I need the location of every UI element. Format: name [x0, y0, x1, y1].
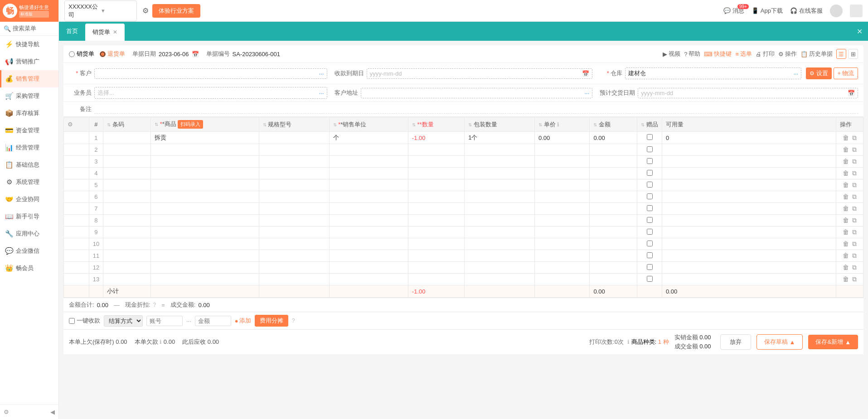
logistics-button[interactable]: + 物流	[834, 67, 858, 79]
row-price-4[interactable]	[534, 179, 589, 191]
row-unit-5[interactable]	[329, 191, 408, 203]
choose-order-link[interactable]: ≡ 选单	[735, 50, 752, 58]
layout-list-icon[interactable]: ☰	[836, 49, 846, 59]
row-barcode-7[interactable]	[103, 215, 151, 226]
settings-icon[interactable]: ⚙	[4, 409, 9, 415]
row-copy-0[interactable]: ⧉	[851, 134, 858, 142]
row-unit-3[interactable]	[329, 168, 408, 179]
add-payment-button[interactable]: ● 添加	[235, 317, 251, 325]
row-spec-10[interactable]	[259, 250, 329, 262]
row-price-2[interactable]	[534, 156, 589, 168]
row-delete-10[interactable]: 🗑	[842, 252, 850, 259]
row-product-1[interactable]	[151, 144, 259, 156]
row-amount-2[interactable]	[590, 156, 637, 168]
row-pack-qty-7[interactable]	[465, 215, 535, 226]
delivery-date-input[interactable]: yyyy-mm-dd 📅	[638, 88, 858, 98]
customer-input[interactable]: ···	[94, 68, 327, 79]
sidebar-item-6[interactable]: 📊经营管理	[0, 139, 58, 156]
row-gift-4[interactable]	[637, 179, 662, 191]
row-spec-7[interactable]	[259, 215, 329, 226]
customer-dots-icon[interactable]: ···	[319, 70, 324, 77]
row-price-3[interactable]	[534, 168, 589, 179]
row-amount-9[interactable]	[590, 238, 637, 250]
sidebar-item-2[interactable]: 💰销售管理	[0, 70, 58, 87]
row-barcode-11[interactable]	[103, 262, 151, 274]
row-qty-1[interactable]	[408, 144, 464, 156]
row-unit-6[interactable]	[329, 203, 408, 215]
row-qty-6[interactable]	[408, 203, 464, 215]
row-gift-6[interactable]	[637, 203, 662, 215]
row-copy-12[interactable]: ⧉	[851, 275, 858, 283]
row-copy-8[interactable]: ⧉	[851, 228, 858, 236]
tab-home[interactable]: 首页	[59, 23, 85, 40]
row-amount-4[interactable]	[590, 179, 637, 191]
save-new-button[interactable]: 保存&新增 ▲	[808, 335, 858, 349]
row-unit-11[interactable]	[329, 262, 408, 274]
close-all-tabs-icon[interactable]: ✕	[851, 27, 868, 36]
row-spec-11[interactable]	[259, 262, 329, 274]
row-pack-qty-12[interactable]	[465, 274, 535, 285]
row-barcode-0[interactable]	[103, 132, 151, 144]
row-gift-5[interactable]	[637, 191, 662, 203]
row-copy-7[interactable]: ⧉	[851, 217, 858, 224]
row-product-7[interactable]	[151, 215, 259, 226]
row-product-5[interactable]	[151, 191, 259, 203]
row-copy-11[interactable]: ⧉	[851, 264, 858, 271]
sidebar-item-10[interactable]: 📖新手引导	[0, 208, 58, 225]
row-pack-qty-4[interactable]	[465, 179, 535, 191]
row-copy-10[interactable]: ⧉	[851, 252, 858, 260]
row-delete-2[interactable]: 🗑	[842, 158, 850, 165]
row-barcode-3[interactable]	[103, 168, 151, 179]
row-unit-12[interactable]	[329, 274, 408, 285]
row-barcode-5[interactable]	[103, 191, 151, 203]
row-unit-2[interactable]	[329, 156, 408, 168]
payment-date-input[interactable]: yyyy-mm-dd 📅	[367, 68, 593, 79]
tab-close-icon[interactable]: ✕	[113, 29, 117, 35]
row-gift-0[interactable]	[637, 132, 662, 144]
row-barcode-6[interactable]	[103, 203, 151, 215]
salesperson-dots-icon[interactable]: ···	[319, 90, 324, 96]
row-copy-9[interactable]: ⧉	[851, 240, 858, 248]
warehouse-input[interactable]: 建材仓 ···	[625, 67, 801, 79]
row-price-0[interactable]: 0.00	[534, 132, 589, 144]
operate-link[interactable]: ⚙ 操作	[778, 50, 797, 58]
row-pack-qty-11[interactable]	[465, 262, 535, 274]
row-unit-9[interactable]	[329, 238, 408, 250]
addr-dots-icon[interactable]: ···	[584, 90, 589, 96]
row-unit-8[interactable]	[329, 226, 408, 238]
row-copy-2[interactable]: ⧉	[851, 158, 858, 165]
row-product-0[interactable]: 拆贡	[151, 132, 259, 144]
row-delete-6[interactable]: 🗑	[842, 205, 850, 212]
product-type-icon[interactable]: ℹ	[627, 339, 630, 345]
row-amount-12[interactable]	[590, 274, 637, 285]
row-unit-10[interactable]	[329, 250, 408, 262]
print-link[interactable]: 🖨 打印	[756, 50, 775, 58]
row-gift-2[interactable]	[637, 156, 662, 168]
row-delete-9[interactable]: 🗑	[842, 240, 850, 247]
help-link[interactable]: ? 帮助	[684, 50, 700, 58]
row-pack-qty-6[interactable]	[465, 203, 535, 215]
sidebar-item-13[interactable]: 👑畅会员	[0, 260, 58, 277]
row-delete-3[interactable]: 🗑	[842, 169, 850, 177]
row-pack-qty-0[interactable]: 1个	[465, 132, 535, 144]
sidebar-item-4[interactable]: 📦库存核算	[0, 105, 58, 122]
scan-button[interactable]: 扫码录入	[178, 120, 203, 129]
row-barcode-9[interactable]	[103, 238, 151, 250]
radio-sale[interactable]: 销货单	[69, 50, 94, 58]
payment-dots[interactable]: ···	[186, 318, 191, 324]
row-price-7[interactable]	[534, 215, 589, 226]
row-qty-11[interactable]	[408, 262, 464, 274]
row-product-10[interactable]	[151, 250, 259, 262]
payment-account-input[interactable]	[146, 316, 183, 326]
row-product-4[interactable]	[151, 179, 259, 191]
row-delete-0[interactable]: 🗑	[842, 134, 850, 141]
salesperson-input[interactable]: 选择... ···	[94, 87, 327, 99]
row-delete-5[interactable]: 🗑	[842, 193, 850, 200]
delivery-calendar-icon[interactable]: 📅	[848, 90, 855, 96]
row-price-1[interactable]	[534, 144, 589, 156]
row-gift-3[interactable]	[637, 168, 662, 179]
sidebar-item-0[interactable]: ⚡快捷导航	[0, 36, 58, 53]
row-spec-0[interactable]	[259, 132, 329, 144]
row-amount-5[interactable]	[590, 191, 637, 203]
row-spec-3[interactable]	[259, 168, 329, 179]
